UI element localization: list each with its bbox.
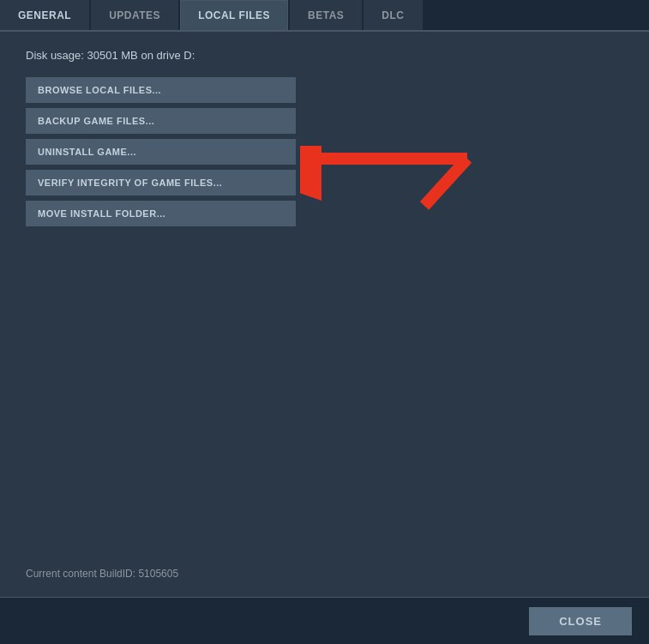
browse-local-files-button[interactable]: BROWSE LOCAL FILES... bbox=[26, 77, 296, 103]
tab-bar: GENERAL UPDATES LOCAL FILES BETAS DLC bbox=[0, 0, 649, 32]
tab-general[interactable]: GENERAL bbox=[0, 0, 89, 30]
svg-line-2 bbox=[424, 159, 467, 206]
tab-updates[interactable]: UPDATES bbox=[91, 0, 178, 30]
arrow-annotation bbox=[300, 146, 472, 214]
backup-game-files-button[interactable]: BACKUP GAME FILES... bbox=[26, 108, 296, 134]
tab-local-files[interactable]: LOCAL FILES bbox=[180, 0, 288, 30]
verify-integrity-button[interactable]: VERIFY INTEGRITY OF GAME FILES... bbox=[26, 170, 296, 196]
disk-usage-label: Disk usage: 30501 MB on drive D: bbox=[26, 49, 623, 62]
action-buttons-section: BROWSE LOCAL FILES... BACKUP GAME FILES.… bbox=[26, 77, 623, 226]
build-id-label: Current content BuildID: 5105605 bbox=[26, 568, 178, 580]
tab-dlc[interactable]: DLC bbox=[364, 0, 422, 30]
main-content: Disk usage: 30501 MB on drive D: BROWSE … bbox=[0, 32, 649, 597]
uninstall-game-button[interactable]: UNINSTALL GAME... bbox=[26, 139, 296, 165]
move-install-folder-button[interactable]: MOVE INSTALL FOLDER... bbox=[26, 201, 296, 226]
footer-bar: CLOSE bbox=[0, 597, 649, 644]
tab-betas[interactable]: BETAS bbox=[290, 0, 362, 30]
close-button[interactable]: CLOSE bbox=[529, 607, 632, 635]
